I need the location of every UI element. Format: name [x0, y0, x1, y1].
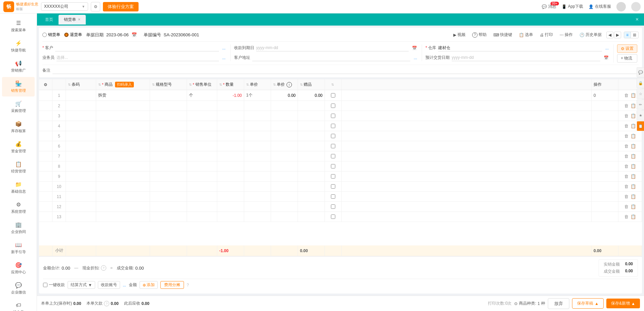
online-service-button[interactable]: 👤 在线客服: [589, 4, 611, 9]
row-unit[interactable]: [187, 121, 217, 131]
row-product[interactable]: 拆货: [96, 90, 150, 101]
row-amount[interactable]: [298, 141, 325, 151]
radio-sales-input[interactable]: [42, 33, 47, 37]
salesperson-ellipsis-icon[interactable]: ...: [221, 55, 227, 60]
row-amount[interactable]: [298, 151, 325, 161]
radio-return-label[interactable]: 退货单: [64, 32, 82, 38]
row-barcode[interactable]: [66, 101, 96, 111]
row-unit[interactable]: [187, 202, 217, 211]
operate-button[interactable]: ⋯ 操作: [558, 31, 575, 39]
customer-input[interactable]: [55, 44, 219, 51]
row-qty[interactable]: [217, 161, 244, 171]
row-note[interactable]: [342, 182, 592, 191]
delete-icon[interactable]: 🗑: [624, 204, 629, 209]
logistics-button[interactable]: + 物流: [617, 54, 637, 63]
copy-icon[interactable]: 📋: [631, 194, 636, 199]
tab-close-icon[interactable]: ×: [78, 17, 80, 22]
tab-home[interactable]: 首页: [40, 15, 59, 25]
settings-icon[interactable]: ⚙: [91, 2, 100, 11]
row-note[interactable]: [342, 202, 592, 211]
row-barcode[interactable]: [66, 202, 96, 211]
row-gift[interactable]: [325, 192, 342, 201]
rf-message-button[interactable]: 💬: [637, 67, 644, 77]
row-qty[interactable]: [217, 182, 244, 191]
row-qty[interactable]: [217, 212, 244, 222]
row-unit[interactable]: [187, 151, 217, 161]
help-button[interactable]: ? 帮助: [470, 31, 489, 39]
row-unit[interactable]: [187, 212, 217, 222]
delete-icon[interactable]: 🗑: [624, 93, 629, 98]
row-product[interactable]: [96, 161, 150, 171]
salesperson-input[interactable]: [56, 54, 219, 61]
row-unit[interactable]: [187, 192, 217, 201]
delete-icon[interactable]: 🗑: [624, 133, 629, 139]
row-note[interactable]: [342, 111, 592, 121]
row-pkgqty[interactable]: [244, 202, 271, 211]
row-price[interactable]: [271, 90, 298, 101]
row-product[interactable]: [96, 121, 150, 131]
row-qty[interactable]: [217, 171, 244, 181]
row-qty[interactable]: [217, 192, 244, 201]
row-price[interactable]: [271, 131, 298, 141]
row-note[interactable]: [342, 141, 592, 151]
row-pkgqty[interactable]: 1个: [244, 90, 271, 101]
copy-icon[interactable]: 📋: [631, 93, 636, 98]
delete-icon[interactable]: 🗑: [624, 103, 629, 108]
row-product[interactable]: [96, 182, 150, 191]
row-spec[interactable]: [150, 141, 187, 151]
row-unit[interactable]: [187, 101, 217, 111]
row-barcode[interactable]: [66, 121, 96, 131]
row-price[interactable]: [271, 192, 298, 201]
delete-icon[interactable]: 🗑: [624, 144, 629, 149]
row-amount[interactable]: [298, 101, 325, 111]
row-spec[interactable]: [150, 171, 187, 181]
row-note[interactable]: [342, 101, 592, 111]
row-unit[interactable]: [187, 171, 217, 181]
row-qty[interactable]: [217, 121, 244, 131]
row-pkgqty[interactable]: [244, 141, 271, 151]
row-amount[interactable]: [298, 192, 325, 201]
row-note[interactable]: [342, 161, 592, 171]
row-gift[interactable]: [325, 90, 342, 101]
row-unit[interactable]: [187, 182, 217, 191]
row-price[interactable]: [271, 171, 298, 181]
delete-icon[interactable]: 🗑: [624, 113, 629, 118]
row-pkgqty[interactable]: [244, 171, 271, 181]
form-settings-button[interactable]: ⚙ 设置: [617, 44, 637, 53]
warehouse-input[interactable]: [438, 44, 602, 51]
app-download-button[interactable]: 📱 App下载: [562, 4, 583, 9]
due-date-calendar-icon[interactable]: 📅: [411, 46, 418, 50]
radio-return-input[interactable]: [64, 33, 69, 37]
row-amount[interactable]: [298, 202, 325, 211]
row-gift[interactable]: [325, 161, 342, 171]
th-config[interactable]: ⚙: [39, 79, 52, 90]
row-gift[interactable]: [325, 101, 342, 111]
row-pkgqty[interactable]: [244, 101, 271, 111]
row-qty[interactable]: [217, 141, 244, 151]
row-unit[interactable]: 个: [187, 90, 217, 101]
sidebar-item-wechat[interactable]: 💬 企业微信: [2, 279, 35, 298]
sidebar-item-search[interactable]: ☰ 搜索菜单: [2, 16, 35, 36]
product-kind-icon[interactable]: ⊙: [514, 301, 518, 306]
sidebar-item-basic[interactable]: 📁 基础信息: [2, 178, 35, 197]
row-spec[interactable]: [150, 161, 187, 171]
row-amount[interactable]: [298, 131, 325, 141]
row-gift[interactable]: [325, 141, 342, 151]
customer-ellipsis-icon[interactable]: ...: [221, 46, 227, 50]
print-button[interactable]: 🖨 打印: [538, 31, 555, 39]
row-price[interactable]: [271, 101, 298, 111]
sidebar-item-purchase[interactable]: 🛒 采购管理: [2, 97, 35, 117]
sidebar-item-member[interactable]: 🏷 畅会员: [2, 299, 35, 311]
sidebar-item-enterprise[interactable]: 🏢 企业协同: [2, 218, 35, 238]
radio-sales-label[interactable]: 销货单: [42, 32, 60, 38]
row-qty[interactable]: [217, 101, 244, 111]
row-barcode[interactable]: [66, 212, 96, 222]
row-note[interactable]: [342, 131, 592, 141]
row-qty[interactable]: [217, 131, 244, 141]
delete-icon[interactable]: 🗑: [624, 154, 629, 159]
row-product[interactable]: [96, 151, 150, 161]
row-gift[interactable]: [325, 121, 342, 131]
row-gift[interactable]: [325, 171, 342, 181]
row-barcode[interactable]: [66, 171, 96, 181]
scan-button[interactable]: 扫码录入: [115, 82, 134, 87]
